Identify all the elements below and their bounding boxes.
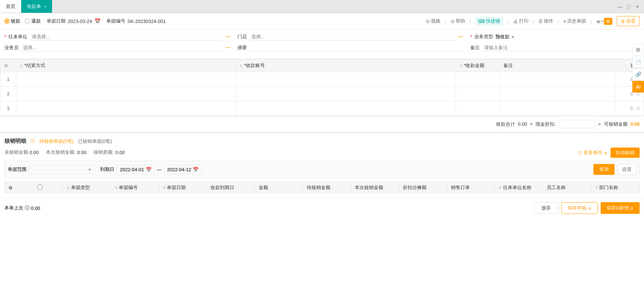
history-label: 历史单据 bbox=[567, 18, 586, 24]
top-toolbar: 收款 退款 单据日期 2023-03-24 📅 单据编号 SK-20230324… bbox=[0, 13, 644, 30]
refund-radio[interactable]: 退款 bbox=[25, 18, 41, 24]
tab-home-label: 首页 bbox=[6, 3, 15, 10]
sidebar-ai-icon[interactable]: Ai bbox=[632, 81, 644, 93]
row-1-amount[interactable] bbox=[456, 72, 499, 87]
save-new-button[interactable]: 保存&新增 ∧ bbox=[601, 202, 640, 214]
tab-close-icon[interactable]: × bbox=[44, 4, 46, 9]
partner-input[interactable] bbox=[30, 33, 223, 40]
bth-doc-date: ⇅ 单据日期 bbox=[159, 181, 207, 194]
partner-label: 往来单位 bbox=[8, 34, 27, 40]
unchecked-stat: 未核销金额 0.00 bbox=[4, 149, 39, 156]
row-num-3: 3 bbox=[0, 101, 16, 116]
row-1-settlement[interactable] bbox=[16, 72, 236, 87]
table-settings-icon[interactable]: ⚙ bbox=[4, 63, 8, 68]
pending-tab[interactable]: 待核销单据(0笔) bbox=[39, 138, 74, 145]
business-type-label: 业务类型 bbox=[474, 34, 493, 40]
partner-more-btn[interactable]: ··· bbox=[225, 34, 230, 40]
grid-icon[interactable]: ⊞ bbox=[604, 18, 612, 25]
reconcile-section: 核销明细 ⓘ 待核销单据(0笔) 已核销单据(0笔) 未核销金额 0.00 本次… bbox=[0, 132, 644, 198]
abandon-button[interactable]: 放弃 bbox=[534, 202, 558, 214]
store-label: 门店 bbox=[237, 34, 247, 40]
print-action[interactable]: 🖨 打印 bbox=[513, 18, 529, 24]
tab-receipt[interactable]: 收款单 × bbox=[21, 0, 52, 13]
date-calendar-icon[interactable]: 📅 bbox=[94, 18, 101, 24]
summary-input[interactable] bbox=[249, 44, 463, 51]
business-type-select[interactable]: 预收款 ▾ bbox=[495, 34, 514, 40]
th-settlement-label: *结算方式 bbox=[24, 63, 45, 68]
refund-radio-dot bbox=[25, 19, 30, 24]
operation-label: 操作 bbox=[544, 18, 553, 24]
note-input[interactable] bbox=[482, 44, 640, 51]
help-action[interactable]: ⊙ 帮助 bbox=[451, 18, 465, 24]
sort-icon-date: ⇅ bbox=[163, 186, 166, 190]
staff-input[interactable] bbox=[21, 44, 223, 51]
settings-button[interactable]: ⚙ 设置 bbox=[617, 16, 640, 26]
tab-home[interactable]: 首页 bbox=[0, 0, 21, 13]
store-input[interactable] bbox=[249, 33, 456, 40]
list-icon[interactable]: ≡ bbox=[600, 19, 603, 24]
row-1-account[interactable] bbox=[236, 72, 456, 87]
date-from-field[interactable]: 2022-04-01 📅 bbox=[117, 165, 155, 174]
sidebar-table-icon[interactable]: ⊞ bbox=[632, 44, 644, 55]
history-action[interactable]: ≡ 历史单据 bbox=[563, 18, 586, 24]
row-3-account[interactable] bbox=[236, 101, 456, 116]
number-label: 单据编号 bbox=[106, 18, 125, 24]
table-section: ⚙ ⇅ *结算方式 ⇅ *收款账号 ⇅ *收款金额 备注 bbox=[0, 59, 644, 116]
number-value[interactable]: SK-20230324-001 bbox=[127, 19, 166, 24]
more-conditions-btn[interactable]: ▽ 更多条件 ∧ bbox=[578, 149, 608, 156]
auto-reconcile-button[interactable]: 自动核销 bbox=[610, 148, 640, 158]
maximize-button[interactable]: □ bbox=[625, 3, 632, 10]
th-settlement: ⇅ *结算方式 bbox=[16, 59, 236, 72]
bth-checkbox[interactable] bbox=[34, 182, 63, 193]
row-1-note[interactable] bbox=[499, 72, 614, 87]
date-to-calendar-icon: 📅 bbox=[193, 167, 199, 172]
save-draft-button[interactable]: 保存草稿 ∧ bbox=[561, 202, 598, 214]
th-settings: ⚙ bbox=[0, 59, 16, 72]
store-more-btn[interactable]: ··· bbox=[458, 34, 463, 40]
this-total-label: 本单上次 bbox=[4, 205, 23, 211]
row-3-amount[interactable] bbox=[456, 101, 499, 116]
row-3-note[interactable] bbox=[499, 101, 614, 116]
reconcile-settings-button[interactable]: 设置 bbox=[617, 164, 636, 175]
bth-settings[interactable]: ⚙ bbox=[5, 182, 34, 193]
bottom-table-header: ⚙ ⇅ 单据类型 ⇅ 单据编号 ⇅ 单据日期 收款到期日 金额 bbox=[4, 181, 640, 194]
done-tab[interactable]: 已核销单据(0笔) bbox=[78, 138, 112, 145]
row-2-amount[interactable] bbox=[456, 87, 499, 101]
row-2-account[interactable] bbox=[236, 87, 456, 101]
query-button[interactable]: 查询 bbox=[593, 164, 614, 175]
row-3-settlement[interactable] bbox=[16, 101, 236, 116]
range-select[interactable]: ▾ bbox=[29, 165, 94, 174]
date-value[interactable]: 2023-03-24 bbox=[68, 19, 92, 24]
sort-icon-2: ⇅ bbox=[240, 64, 243, 68]
row-3-copy-icon[interactable]: ⧉ bbox=[636, 105, 640, 111]
discount-input[interactable] bbox=[559, 120, 595, 128]
receipt-radio[interactable]: 收款 bbox=[4, 18, 20, 24]
row-2-note[interactable] bbox=[499, 87, 614, 101]
video-action[interactable]: ⊙ 视频 bbox=[426, 18, 440, 24]
prev-icon[interactable]: ◀ bbox=[596, 19, 600, 24]
bth-pending: 待核销金额 bbox=[303, 181, 351, 194]
sidebar-doc-icon[interactable]: 📄 bbox=[632, 56, 644, 68]
minimize-button[interactable]: — bbox=[616, 3, 624, 10]
row-3-delete-icon[interactable]: 🗑 bbox=[629, 105, 634, 111]
diff-stat: 核销差额: 0.00 bbox=[94, 149, 125, 156]
bth-amount-label: 金额 bbox=[259, 185, 268, 190]
reconcile-info-icon[interactable]: ⓘ bbox=[31, 138, 35, 144]
th-note-label: 备注 bbox=[503, 63, 513, 68]
staff-more-btn[interactable]: ··· bbox=[225, 44, 230, 51]
staff-field: 业务员 ··· bbox=[4, 44, 230, 51]
range-arrow-icon: ▾ bbox=[89, 167, 91, 172]
table-row: 2 🗑 ⧉ bbox=[0, 87, 644, 101]
equals-sign: = bbox=[598, 121, 601, 127]
close-button[interactable]: × bbox=[634, 3, 641, 10]
select-all-checkbox[interactable] bbox=[38, 185, 42, 189]
summary-row: 收款合计 0.00 + 现金折扣: = 可核销金额 0.00 bbox=[0, 116, 644, 132]
info-icon[interactable]: ⓘ bbox=[25, 205, 30, 211]
row-2-settlement[interactable] bbox=[16, 87, 236, 101]
diff-value: 0.00 bbox=[115, 150, 125, 155]
sidebar-link-icon[interactable]: 🔗 bbox=[632, 68, 644, 80]
shortcut-action[interactable]: ⌨ 快捷键 bbox=[475, 17, 503, 26]
date-to-field[interactable]: 2022-04-12 📅 bbox=[164, 165, 202, 174]
bth-due-date: 收款到期日 bbox=[207, 181, 255, 194]
operation-action[interactable]: ☰ 操作 bbox=[538, 18, 553, 24]
